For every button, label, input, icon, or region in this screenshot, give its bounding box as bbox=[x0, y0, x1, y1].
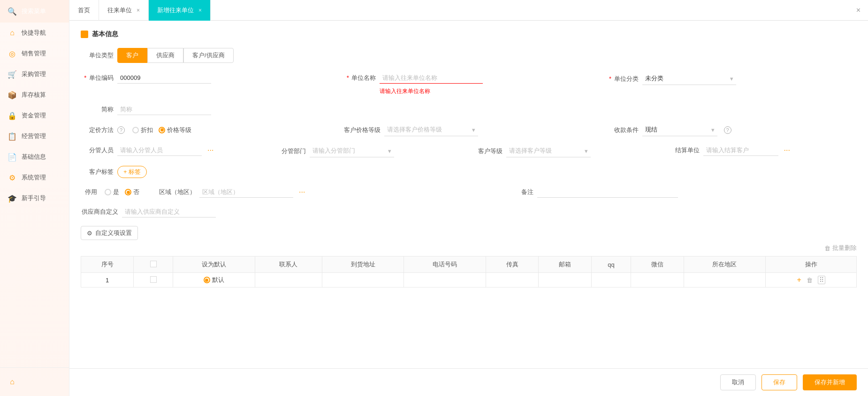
pricing-method-label: 定价方法 bbox=[81, 126, 114, 134]
row-checkbox[interactable] bbox=[150, 276, 157, 283]
radio-discount[interactable]: 折扣 bbox=[132, 126, 153, 134]
unit-name-input[interactable] bbox=[380, 72, 483, 84]
col-action: 操作 bbox=[766, 256, 857, 273]
tab-home[interactable]: 首页 bbox=[69, 0, 99, 21]
row-disabled-region: 停用 是 否 区域（地区） bbox=[81, 186, 857, 198]
col-default: 设为默认 bbox=[173, 256, 255, 273]
sidebar-item-sales[interactable]: ◎ 销售管理 bbox=[0, 43, 69, 64]
region-input[interactable] bbox=[199, 186, 293, 198]
table-header-row: 序号 设为默认 联系人 到货地址 电话号码 传真 邮箱 qq 微信 所在地区 操… bbox=[81, 256, 857, 273]
unit-code-label: * 单位编码 bbox=[81, 74, 114, 82]
supplier-custom-input[interactable] bbox=[122, 206, 216, 217]
tab-new-partner[interactable]: 新增往来单位 × bbox=[149, 0, 211, 21]
row-add-btn[interactable]: + bbox=[797, 276, 801, 284]
type-btn-customer[interactable]: 客户 bbox=[117, 48, 147, 63]
col-area: 所在地区 bbox=[684, 256, 766, 273]
contact-table: 序号 设为默认 联系人 到货地址 电话号码 传真 邮箱 qq 微信 所在地区 操… bbox=[81, 256, 857, 287]
tab-partners-label: 往来单位 bbox=[107, 6, 132, 15]
add-tag-label: + 标签 bbox=[123, 168, 141, 176]
col-checkbox bbox=[134, 256, 173, 273]
cancel-button[interactable]: 取消 bbox=[720, 374, 756, 390]
customer-level-placeholder: 请选择客户等级 bbox=[509, 147, 552, 155]
sidebar-item-operations[interactable]: 📋 经营管理 bbox=[0, 126, 69, 147]
col-fax: 传真 bbox=[486, 256, 538, 273]
sidebar-item-newbie[interactable]: 🎓 新手引导 bbox=[0, 188, 69, 209]
type-btn-both[interactable]: 客户/供应商 bbox=[183, 48, 234, 63]
short-name-field: 简称 bbox=[81, 104, 240, 115]
disabled-radio-group: 是 否 bbox=[105, 188, 139, 196]
sidebar-item-quicknav[interactable]: ⌂ 快捷导航 bbox=[0, 23, 69, 43]
customer-price-level-arrow: ▾ bbox=[472, 126, 475, 133]
dept-select[interactable]: 请输入分管部门 ▾ bbox=[310, 145, 394, 157]
unit-code-input[interactable] bbox=[117, 72, 211, 84]
tab-partners-close[interactable]: × bbox=[137, 7, 140, 14]
dept-label: 分管部门 bbox=[278, 147, 306, 155]
sidebar-item-purchase[interactable]: 🛒 采购管理 bbox=[0, 64, 69, 85]
payment-terms-help-icon[interactable]: ? bbox=[724, 126, 731, 134]
region-more-btn[interactable]: ··· bbox=[297, 188, 307, 196]
customer-level-select[interactable]: 请选择客户等级 ▾ bbox=[506, 145, 591, 157]
sidebar-item-finance[interactable]: 🔒 资金管理 bbox=[0, 105, 69, 126]
radio-price-level[interactable]: 价格等级 bbox=[159, 126, 191, 134]
home-bottom-icon: ⌂ bbox=[8, 377, 17, 387]
sidebar-item-system[interactable]: ⚙ 系统管理 bbox=[0, 167, 69, 188]
batch-delete-row[interactable]: 🗑 批量删除 bbox=[81, 244, 857, 252]
remark-input[interactable] bbox=[537, 186, 678, 198]
customer-level-field: 客户等级 请选择客户等级 ▾ bbox=[474, 145, 660, 157]
finance-icon: 🔒 bbox=[8, 111, 17, 120]
radio-disabled-yes-circle bbox=[105, 189, 111, 195]
tab-new-partner-close[interactable]: × bbox=[198, 7, 202, 14]
section-title-icon bbox=[81, 31, 88, 38]
row-default-label: 默认 bbox=[212, 276, 224, 284]
radio-disabled-no[interactable]: 否 bbox=[125, 188, 139, 196]
sidebar-item-newbie-label: 新手引导 bbox=[22, 194, 46, 202]
pricing-help-icon[interactable]: ? bbox=[117, 126, 125, 134]
row-drag-handle[interactable]: ⠿ bbox=[818, 276, 825, 284]
tab-partners[interactable]: 往来单位 × bbox=[99, 0, 149, 21]
radio-disabled-yes[interactable]: 是 bbox=[105, 188, 119, 196]
manager-input[interactable] bbox=[117, 145, 202, 156]
section-title: 基本信息 bbox=[81, 30, 857, 39]
dept-placeholder: 请输入分管部门 bbox=[312, 147, 355, 155]
row-supplier-custom: 供应商自定义 bbox=[81, 206, 857, 217]
sidebar-item-quicknav-label: 快捷导航 bbox=[22, 29, 46, 37]
sidebar-item-basic[interactable]: 📄 基础信息 bbox=[0, 147, 69, 167]
sidebar-bottom-home[interactable]: ⌂ bbox=[0, 372, 69, 392]
settlement-unit-input[interactable] bbox=[703, 145, 778, 156]
short-name-input[interactable] bbox=[117, 104, 211, 115]
cell-wechat bbox=[631, 273, 684, 287]
manager-more-btn[interactable]: ··· bbox=[206, 146, 215, 155]
payment-terms-select[interactable]: 现结 ▾ bbox=[642, 124, 717, 136]
row-delete-btn[interactable]: 🗑 bbox=[807, 277, 813, 284]
sidebar-item-finance-label: 资金管理 bbox=[22, 111, 46, 120]
tabbar-global-close[interactable]: × bbox=[849, 6, 868, 15]
batch-delete-label: 批量删除 bbox=[832, 244, 857, 252]
custom-settings-button[interactable]: ⚙ 自定义项设置 bbox=[81, 226, 138, 240]
customer-level-label: 客户等级 bbox=[474, 147, 503, 155]
settlement-unit-more-btn[interactable]: ··· bbox=[782, 146, 792, 155]
cell-checkbox bbox=[134, 273, 173, 287]
unit-type-field: 单位类型 客户 供应商 客户/供应商 bbox=[81, 48, 857, 63]
sidebar-item-inventory[interactable]: 📦 库存核算 bbox=[0, 85, 69, 105]
customer-price-level-placeholder: 请选择客户价格等级 bbox=[387, 125, 442, 134]
save-and-add-button[interactable]: 保存并新增 bbox=[803, 374, 857, 390]
customer-price-level-select[interactable]: 请选择客户价格等级 ▾ bbox=[384, 124, 478, 136]
sidebar-item-search[interactable]: 🔍 搜索菜单 bbox=[0, 0, 69, 23]
type-btn-supplier[interactable]: 供应商 bbox=[147, 48, 183, 63]
add-tag-button[interactable]: + 标签 bbox=[117, 166, 147, 178]
supplier-custom-label: 供应商自定义 bbox=[81, 208, 118, 216]
row-default-radio[interactable]: 默认 bbox=[178, 276, 250, 284]
unit-category-select[interactable]: 未分类 ▾ bbox=[642, 72, 736, 85]
col-contact: 联系人 bbox=[255, 256, 322, 273]
region-field: 区域（地区） ··· bbox=[158, 186, 498, 198]
col-wechat: 微信 bbox=[631, 256, 684, 273]
table-header-checkbox[interactable] bbox=[150, 261, 157, 267]
sidebar: 🔍 搜索菜单 ⌂ 快捷导航 ◎ 销售管理 🛒 采购管理 📦 库存核算 🔒 资金管… bbox=[0, 0, 69, 396]
unit-name-field: * 单位名称 请输入往来单位名称 bbox=[343, 72, 594, 95]
sidebar-item-basic-label: 基础信息 bbox=[22, 153, 46, 161]
unit-category-field: * 单位分类 未分类 ▾ bbox=[606, 72, 857, 85]
sidebar-item-inventory-label: 库存核算 bbox=[22, 91, 46, 99]
cell-contact bbox=[255, 273, 322, 287]
save-button[interactable]: 保存 bbox=[761, 374, 797, 390]
customer-tag-field: 客户标签 + 标签 bbox=[81, 166, 857, 178]
